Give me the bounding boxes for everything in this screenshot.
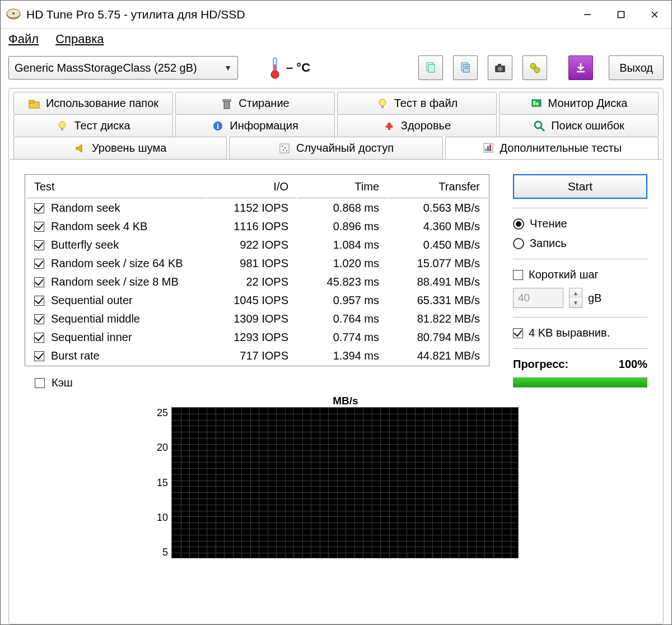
spinner-down-icon[interactable]: ▼ [570, 298, 582, 307]
cell-io: 1045 IOPS [207, 292, 296, 309]
table-row: Sequential inner1293 IOPS0.774 ms80.794 … [26, 329, 488, 346]
cell-transfer: 88.491 MB/s [388, 273, 488, 291]
save-button[interactable] [568, 55, 593, 80]
trash-icon [221, 97, 233, 110]
row-checkbox[interactable] [34, 277, 44, 287]
cell-time: 45.823 ms [297, 273, 387, 291]
row-checkbox[interactable] [34, 259, 44, 269]
start-button[interactable]: Start [513, 174, 647, 199]
col-time[interactable]: Time [297, 176, 387, 198]
tab-дополнительные-тесты[interactable]: Дополнительные тесты [445, 137, 659, 159]
row-checkbox[interactable] [34, 351, 44, 361]
results-table: Test I/O Time Transfer Random seek1152 I… [25, 174, 489, 366]
col-test[interactable]: Test [26, 176, 206, 198]
svg-rect-46 [487, 146, 489, 151]
chart-ylabel: MB/s [170, 395, 521, 407]
exit-button[interactable]: Выход [609, 55, 664, 80]
cell-transfer: 4.360 MB/s [388, 218, 488, 235]
tab-strip: Использование папокСтираниеТест в файлМо… [10, 90, 662, 159]
cell-io: 1293 IOPS [207, 329, 296, 346]
close-button[interactable] [638, 1, 671, 29]
short-step-checkbox[interactable]: Короткий шаг [513, 268, 647, 281]
spinner-up-icon[interactable]: ▲ [570, 288, 582, 298]
copy-info-button[interactable] [418, 55, 443, 80]
svg-point-41 [284, 147, 286, 148]
drive-select[interactable]: Generic MassStorageClass (252 gB) ▼ [8, 56, 238, 80]
table-row: Random seek / size 64 KB981 IOPS1.020 ms… [26, 255, 488, 272]
health-icon [383, 120, 395, 132]
screenshot-button[interactable] [488, 55, 512, 80]
drive-select-value: Generic MassStorageClass (252 gB) [15, 62, 224, 74]
row-checkbox[interactable] [34, 240, 44, 250]
svg-rect-36 [386, 125, 393, 128]
info-icon: i [212, 120, 224, 132]
radio-icon [513, 218, 524, 230]
progress-value: 100% [619, 358, 647, 371]
settings-button[interactable] [522, 55, 547, 80]
cell-time: 0.774 ms [297, 329, 387, 346]
col-io[interactable]: I/O [207, 176, 296, 198]
maximize-button[interactable] [604, 1, 638, 29]
monitor-icon [530, 97, 543, 110]
row-checkbox[interactable] [34, 222, 44, 232]
cell-transfer: 0.450 MB/s [388, 236, 488, 254]
row-checkbox[interactable] [34, 296, 44, 306]
tab-использование-папок[interactable]: Использование папок [13, 92, 173, 114]
gears-icon [528, 61, 542, 74]
cell-io: 717 IOPS [207, 347, 296, 365]
cell-transfer: 65.331 MB/s [388, 292, 488, 309]
svg-point-37 [535, 122, 542, 128]
table-row: Random seek / size 8 MB22 IOPS45.823 ms8… [26, 273, 488, 291]
cache-checkbox[interactable] [35, 378, 45, 388]
cell-transfer: 0.563 MB/s [388, 199, 488, 217]
mode-read[interactable]: Чтение [513, 217, 647, 230]
cell-time: 1.084 ms [297, 236, 387, 254]
table-row: Sequential outer1045 IOPS0.957 ms65.331 … [26, 292, 488, 309]
table-row: Burst rate717 IOPS1.394 ms44.821 MB/s [26, 347, 488, 365]
chart-plot [171, 407, 519, 558]
cell-io: 1152 IOPS [207, 199, 296, 217]
tab-уровень-шума[interactable]: Уровень шума [13, 137, 227, 159]
window-title: HD Tune Pro 5.75 - утилита для HD/SSD [26, 8, 571, 21]
menu-help[interactable]: Справка [55, 32, 104, 46]
tab-информация[interactable]: iИнформация [175, 114, 335, 137]
test-name: Burst rate [51, 349, 100, 362]
checkbox-icon [513, 328, 523, 338]
svg-rect-39 [280, 144, 289, 153]
menu-file[interactable]: Файл [8, 32, 39, 46]
cell-io: 1309 IOPS [207, 310, 296, 328]
bulb-icon [56, 120, 68, 132]
spinner-buttons[interactable]: ▲▼ [569, 288, 582, 308]
tab-стирание[interactable]: Стирание [175, 92, 335, 114]
minimize-button[interactable] [571, 1, 604, 29]
align-4kb-checkbox[interactable]: 4 KB выравнив. [513, 327, 647, 339]
cell-time: 0.764 ms [297, 310, 387, 328]
mode-write[interactable]: Запись [513, 237, 647, 250]
cell-io: 1116 IOPS [207, 218, 296, 235]
tab-случайный-доступ[interactable]: Случайный доступ [229, 137, 442, 159]
svg-rect-45 [485, 148, 487, 151]
svg-point-26 [379, 99, 386, 106]
cell-transfer: 81.822 MB/s [388, 310, 488, 328]
cell-transfer: 44.821 MB/s [388, 347, 488, 365]
checkbox-icon [513, 270, 523, 280]
step-size-spinner[interactable]: 40 ▲▼ gB [513, 288, 647, 308]
copy-results-button[interactable] [453, 55, 478, 80]
tab-тест-диска[interactable]: Тест диска [13, 114, 173, 137]
camera-icon [493, 61, 507, 74]
row-checkbox[interactable] [34, 314, 44, 324]
col-transfer[interactable]: Transfer [388, 176, 488, 198]
thermometer-icon [269, 57, 281, 79]
row-checkbox[interactable] [34, 333, 44, 343]
cell-time: 0.896 ms [297, 218, 387, 235]
row-checkbox[interactable] [34, 203, 44, 213]
menu-bar: Файл Справка [1, 29, 671, 52]
svg-point-42 [283, 149, 284, 150]
tab-здоровье[interactable]: Здоровье [337, 114, 497, 137]
cache-label: Кэш [52, 376, 73, 389]
tab-тест-в-файл[interactable]: Тест в файл [337, 92, 497, 114]
test-name: Random seek / size 64 KB [51, 257, 183, 270]
tab-монитор-диска[interactable]: Монитор Диска [499, 92, 659, 114]
tab-поиск-ошибок[interactable]: Поиск ошибок [499, 114, 659, 137]
svg-point-17 [498, 67, 502, 71]
